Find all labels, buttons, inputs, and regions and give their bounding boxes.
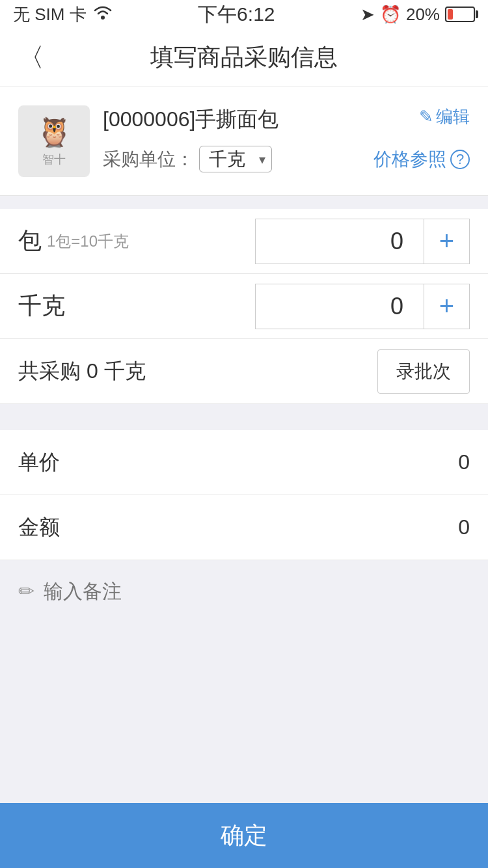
wifi-icon	[93, 5, 113, 23]
product-thumbnail-icon: 🦉	[36, 115, 72, 149]
nav-bar: 〈 填写商品采购信息	[0, 29, 488, 87]
product-unit-row: 采购单位： 千克 包 ▾ 价格参照 ?	[103, 146, 470, 172]
battery-icon	[445, 7, 475, 22]
content-area	[0, 636, 488, 818]
product-name: [0000006]手撕面包	[103, 105, 278, 134]
amount-value: 0	[458, 515, 470, 539]
brand-label: 智十	[42, 152, 66, 167]
status-left: 无 SIM 卡	[13, 3, 113, 26]
edit-icon: ✎	[419, 107, 433, 127]
kg-plus-button[interactable]: +	[424, 284, 470, 329]
confirm-button[interactable]: 确定	[0, 803, 488, 868]
svg-point-0	[101, 16, 105, 20]
price-ref-button[interactable]: 价格参照 ?	[373, 147, 470, 172]
unit-price-value: 0	[458, 450, 470, 474]
total-row: 共采购 0 千克 录批次	[0, 339, 488, 404]
amount-row: 金额 0	[0, 495, 488, 560]
product-info: [0000006]手撕面包 ✎ 编辑 采购单位： 千克 包 ▾ 价格参照 ?	[103, 105, 470, 172]
back-icon: 〈	[18, 43, 44, 72]
unit-price-row: 单价 0	[0, 430, 488, 495]
back-button[interactable]: 〈	[18, 40, 44, 75]
section-divider-1	[0, 196, 488, 209]
bao-plus-button[interactable]: +	[424, 219, 470, 264]
bao-sublabel: 1包=10千克	[47, 231, 129, 252]
product-image: 🦉 智十	[18, 105, 90, 177]
no-sim-text: 无 SIM 卡	[13, 3, 87, 26]
pencil-icon: ✏	[18, 580, 34, 603]
page-title: 填写商品采购信息	[150, 42, 338, 74]
plus-icon: +	[439, 226, 454, 256]
bao-input[interactable]	[255, 219, 424, 264]
status-right: ➤ ⏰ 20%	[360, 5, 475, 25]
edit-label: 编辑	[436, 105, 470, 128]
alarm-icon: ⏰	[380, 5, 401, 25]
section-divider-2	[0, 404, 488, 417]
note-input[interactable]	[44, 578, 470, 617]
record-batch-button[interactable]: 录批次	[377, 349, 470, 394]
kg-input-row: 千克 +	[0, 274, 488, 339]
status-bar: 无 SIM 卡 下午6:12 ➤ ⏰ 20%	[0, 0, 488, 29]
pricing-section: 单价 0 金额 0	[0, 430, 488, 560]
product-card: 🦉 智十 [0000006]手撕面包 ✎ 编辑 采购单位： 千克 包 ▾	[0, 87, 488, 196]
product-header: [0000006]手撕面包 ✎ 编辑	[103, 105, 470, 134]
bao-input-row: 包 1包=10千克 +	[0, 209, 488, 274]
plus-icon-2: +	[439, 292, 454, 321]
kg-input[interactable]	[255, 284, 424, 329]
bao-label: 包	[18, 225, 42, 257]
unit-select[interactable]: 千克 包	[199, 146, 272, 172]
unit-select-wrapper[interactable]: 千克 包 ▾	[199, 146, 272, 172]
note-section: ✏	[0, 560, 488, 636]
kg-label: 千克	[18, 290, 65, 322]
kg-input-right: +	[255, 284, 470, 329]
amount-label: 金额	[18, 513, 60, 542]
unit-price-label: 单价	[18, 448, 60, 477]
input-section: 包 1包=10千克 + 千克 +	[0, 209, 488, 339]
location-icon: ➤	[360, 5, 375, 25]
status-time: 下午6:12	[198, 1, 275, 28]
price-ref-label: 价格参照	[373, 147, 446, 172]
help-icon: ?	[450, 150, 470, 169]
total-text: 共采购 0 千克	[18, 357, 146, 386]
unit-label: 采购单位：	[103, 147, 194, 172]
battery-percent: 20%	[406, 5, 440, 25]
edit-button[interactable]: ✎ 编辑	[419, 105, 470, 128]
bao-input-right: +	[255, 219, 470, 264]
